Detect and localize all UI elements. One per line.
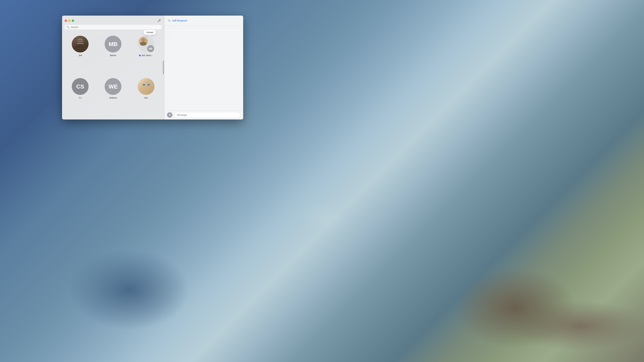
jeff-name: Jeff — [78, 54, 82, 57]
melvin-avatar: MB — [105, 36, 122, 52]
group-name-row: Jeff, Melvi... — [139, 54, 153, 57]
compose-icon — [158, 19, 161, 22]
wallace-name: Wallace — [109, 96, 117, 99]
cj-avatar: CS — [72, 78, 88, 95]
search-icon: 🔍 — [66, 26, 70, 28]
message-compose-panel: To: Jeff Benjamin A — [164, 15, 243, 119]
contact-melvin[interactable]: MB Melvin — [96, 33, 130, 75]
jeff-avatar — [72, 36, 88, 52]
message-input-bar: A — [164, 110, 243, 119]
kat-avatar-wrapper — [138, 78, 154, 95]
scrollbar[interactable] — [163, 61, 164, 74]
jeff-avatar-wrapper — [72, 36, 88, 52]
kat-name: Kat — [144, 96, 148, 99]
compose-button[interactable] — [157, 18, 162, 23]
cat-eye-right — [148, 84, 150, 86]
kat-avatar — [138, 78, 154, 95]
app-store-button[interactable]: A — [167, 112, 172, 118]
contacts-grid: Jeff MB Melvin I know! MB — [62, 31, 164, 119]
window-controls-bar — [62, 15, 164, 23]
recipient-name: Jeff Benjamin — [172, 19, 187, 22]
group-face1 — [138, 36, 148, 46]
contact-cj[interactable]: CS CJ — [64, 75, 96, 118]
cat-eye-left — [143, 84, 145, 86]
search-input[interactable] — [71, 26, 160, 28]
conversations-panel: 🔍 Jeff MB — [62, 15, 164, 119]
cj-avatar-wrapper: CS — [72, 78, 88, 95]
contact-wallace[interactable]: WE Wallace — [96, 75, 130, 118]
to-label: To: — [168, 19, 171, 22]
wallace-avatar-wrapper: WE — [105, 78, 122, 95]
group-name: Jeff, Melvi... — [142, 54, 153, 57]
imessage-input[interactable] — [174, 112, 240, 118]
unread-dot — [139, 55, 141, 56]
jeff-body — [74, 44, 86, 52]
close-button[interactable] — [65, 19, 67, 22]
search-bar[interactable]: 🔍 — [64, 25, 162, 30]
group-mb-initials: MB — [149, 47, 152, 50]
minimize-button[interactable] — [68, 19, 70, 22]
contact-jeff[interactable]: Jeff — [64, 33, 96, 75]
wallace-avatar: WE — [105, 78, 122, 95]
compose-header: To: Jeff Benjamin — [164, 15, 243, 26]
jeff-glasses — [77, 41, 83, 43]
group-avatar-wrapper: MB — [138, 36, 154, 52]
contact-group-jeff-melvin[interactable]: I know! MB Jeff, Melvi... — [130, 33, 162, 75]
melvin-avatar-wrapper: MB — [105, 36, 122, 52]
maximize-button[interactable] — [72, 19, 74, 22]
messages-window: 🔍 Jeff MB — [62, 15, 243, 119]
group-face2: MB — [147, 45, 154, 52]
tooltip-bubble: I know! — [144, 30, 156, 35]
cj-name: CJ — [79, 96, 82, 99]
melvin-name: Melvin — [110, 54, 116, 57]
cat-nose — [146, 86, 147, 87]
message-area — [164, 26, 243, 110]
contact-kat[interactable]: Kat — [130, 75, 162, 118]
group-avatar: MB — [138, 36, 154, 52]
app-store-icon: A — [169, 113, 171, 116]
